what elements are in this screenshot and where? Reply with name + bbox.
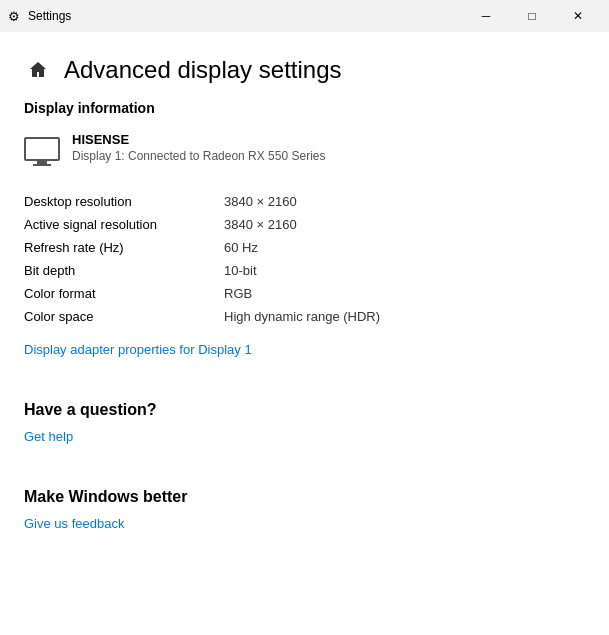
info-value: RGB — [224, 282, 585, 305]
table-row: Active signal resolution 3840 × 2160 — [24, 213, 585, 236]
title-bar-left: ⚙ Settings — [8, 9, 71, 24]
svg-rect-0 — [25, 138, 59, 160]
svg-rect-2 — [33, 164, 51, 166]
feedback-section: Make Windows better Give us feedback — [24, 488, 585, 559]
info-label: Color space — [24, 305, 224, 328]
close-button[interactable]: ✕ — [555, 0, 601, 32]
svg-rect-1 — [37, 160, 47, 164]
info-value: 3840 × 2160 — [224, 190, 585, 213]
title-bar: ⚙ Settings ─ □ ✕ — [0, 0, 609, 32]
info-value: 60 Hz — [224, 236, 585, 259]
display-info-title: Display information — [24, 100, 585, 116]
content-area: Advanced display settings Display inform… — [0, 32, 609, 635]
monitor-info: HISENSE Display 1: Connected to Radeon R… — [72, 132, 325, 163]
display-info-header: HISENSE Display 1: Connected to Radeon R… — [24, 132, 585, 170]
monitor-name: HISENSE — [72, 132, 325, 147]
home-icon — [28, 60, 48, 80]
feedback-link[interactable]: Give us feedback — [24, 516, 124, 531]
table-row: Refresh rate (Hz) 60 Hz — [24, 236, 585, 259]
main-content: Display information HISENSE Display 1: C… — [0, 100, 609, 635]
info-label: Desktop resolution — [24, 190, 224, 213]
table-row: Desktop resolution 3840 × 2160 — [24, 190, 585, 213]
adapter-link[interactable]: Display adapter properties for Display 1 — [24, 342, 252, 357]
get-help-link[interactable]: Get help — [24, 429, 73, 444]
page-header: Advanced display settings — [0, 32, 609, 100]
minimize-button[interactable]: ─ — [463, 0, 509, 32]
info-label: Bit depth — [24, 259, 224, 282]
home-icon-wrapper — [24, 56, 52, 84]
page-title: Advanced display settings — [64, 56, 342, 84]
table-row: Color format RGB — [24, 282, 585, 305]
info-table: Desktop resolution 3840 × 2160 Active si… — [24, 190, 585, 328]
table-row: Bit depth 10-bit — [24, 259, 585, 282]
maximize-button[interactable]: □ — [509, 0, 555, 32]
display-info-section: Display information HISENSE Display 1: C… — [24, 100, 585, 385]
info-value: 10-bit — [224, 259, 585, 282]
monitor-subtitle: Display 1: Connected to Radeon RX 550 Se… — [72, 149, 325, 163]
question-section: Have a question? Get help — [24, 401, 585, 472]
info-value: High dynamic range (HDR) — [224, 305, 585, 328]
question-title: Have a question? — [24, 401, 585, 419]
info-value: 3840 × 2160 — [224, 213, 585, 236]
info-label: Refresh rate (Hz) — [24, 236, 224, 259]
settings-icon: ⚙ — [8, 9, 20, 24]
title-bar-controls: ─ □ ✕ — [463, 0, 601, 32]
monitor-icon — [24, 134, 60, 170]
info-label: Active signal resolution — [24, 213, 224, 236]
info-label: Color format — [24, 282, 224, 305]
feedback-title: Make Windows better — [24, 488, 585, 506]
table-row: Color space High dynamic range (HDR) — [24, 305, 585, 328]
title-bar-title: Settings — [28, 9, 71, 23]
